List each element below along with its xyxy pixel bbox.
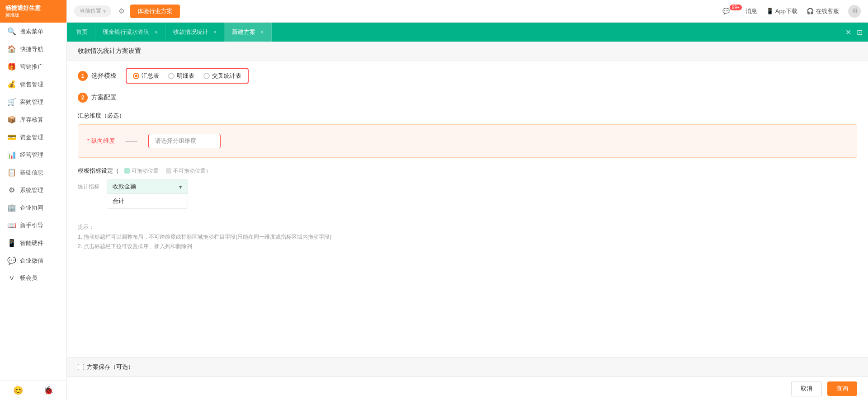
vertical-dimension-label: * 纵向维度 [87,137,115,145]
page-footer: 方案保存（可选） [67,357,868,376]
tips-title: 提示： [78,224,94,230]
section1-label: 选择模板 [91,72,117,80]
purchase-icon: 🛒 [7,98,16,106]
tab-home-label: 首页 [76,28,88,36]
fixed-dot [166,168,171,174]
sidebar-item-label: 智能硬件 [20,239,43,247]
operations-icon: 📊 [7,151,16,159]
app-download-item[interactable]: 📱 App下载 [766,7,797,15]
sidebar-item-label: 畅会员 [20,274,38,282]
template-radio-group: 汇总表 明细表 交叉统计表 [126,68,249,84]
enterprise-collab-icon: 🏢 [7,203,16,212]
radio-detail[interactable]: 明细表 [168,72,194,80]
sidebar-item-funds[interactable]: 💳 资金管理 [0,128,66,146]
dimension-placeholder: 请选择分组维度 [155,137,196,144]
sidebar: 畅捷通好生意 标准版 🔍 搜索菜单 🏠 快捷导航 🎁 营销推广 💰 销售管理 🛒… [0,0,67,400]
legend-fixed-label: 不可拖动位置） [173,167,211,175]
metrics-title-row: 模板指标设定（ 可拖动位置 不可拖动位置） [78,167,857,175]
header-right: 💬 99+ 消息 📱 App下载 🎧 在线客服 用 [722,5,861,18]
online-support-item[interactable]: 🎧 在线客服 [807,7,839,15]
tab-close-icon[interactable]: ✕ [845,28,851,37]
radio-summary-label: 汇总表 [142,72,159,80]
arrow-icon: —— [126,138,137,145]
sidebar-bottom: 😊 🐞 [0,381,66,400]
legend-draggable: 可拖动位置 [124,167,159,175]
sidebar-logo: 畅捷通好生意 标准版 [0,0,66,23]
stats-category-label: 统计指标 [78,179,99,209]
radio-summary[interactable]: 汇总表 [133,72,159,80]
metrics-legend: 可拖动位置 不可拖动位置） [124,167,211,175]
cancel-button[interactable]: 取消 [791,381,822,396]
tab-new-plan[interactable]: 新建方案 ✕ [225,23,272,42]
sidebar-item-sales[interactable]: 💰 销售管理 [0,75,66,93]
metrics-section: 模板指标设定（ 可拖动位置 不可拖动位置） 统计指标 [78,167,857,209]
section1-row: 1 选择模板 汇总表 明细表 交叉统计表 [78,68,857,84]
dimension-config-section: 汇总维度（必选） * 纵向维度 —— 请选择分组维度 [78,112,857,158]
hardware-icon: 📱 [7,239,16,247]
metrics-title-text: 模板指标设定（ [78,167,119,175]
logo-name: 畅捷通好生意 [5,4,41,12]
sidebar-item-system[interactable]: ⚙ 系统管理 [0,181,66,199]
tab-bank-flow-label: 现金银行流水查询 [103,28,150,36]
sidebar-item-marketing[interactable]: 🎁 营销推广 [0,58,66,75]
sidebar-item-label: 销售管理 [20,80,43,89]
query-button[interactable]: 查询 [827,381,857,396]
tab-home[interactable]: 首页 [67,23,95,42]
sidebar-item-basic-info[interactable]: 📋 基础信息 [0,164,66,181]
sidebar-item-quick-nav[interactable]: 🏠 快捷导航 [0,40,66,58]
settings-icon[interactable]: ⚙ [118,7,125,15]
top-header: 当前位置 ▾ ⚙ 体验行业方案 💬 99+ 消息 📱 App下载 🎧 在线客服 … [67,0,868,23]
sidebar-item-label: 快捷导航 [20,45,43,53]
sidebar-item-enterprise-wechat[interactable]: 💬 企业微信 [0,252,66,269]
page-header: 收款情况统计方案设置 [67,42,868,61]
sidebar-item-label: 采购管理 [20,98,43,106]
sidebar-bottom-item2[interactable]: 🐞 [35,386,62,395]
tab-expand-icon[interactable]: ⊡ [857,28,863,37]
radio-cross-label: 交叉统计表 [212,72,241,80]
sidebar-item-enterprise-collab[interactable]: 🏢 企业协同 [0,199,66,216]
message-icon: 💬 [722,8,730,14]
metrics-table-cell: 合计 [107,193,188,208]
tab-bar-right: ✕ ⊡ [845,23,868,42]
legend-draggable-label: 可拖动位置 [132,167,159,175]
tab-collection-stats[interactable]: 收款情况统计 ✕ [166,23,225,42]
sidebar-item-search-menu[interactable]: 🔍 搜索菜单 [0,23,66,40]
tab-new-plan-close[interactable]: ✕ [260,29,264,35]
sidebar-bottom-item1[interactable]: 😊 [5,386,32,395]
breadcrumb: 当前位置 ▾ [74,5,111,17]
tab-bank-flow[interactable]: 现金银行流水查询 ✕ [95,23,166,42]
tab-bar: 首页 现金银行流水查询 ✕ 收款情况统计 ✕ 新建方案 ✕ ✕ ⊡ [67,23,868,42]
sidebar-item-label: 营销推广 [20,63,43,71]
dimension-title: 汇总维度（必选） [78,112,857,120]
trial-industry-button[interactable]: 体验行业方案 [130,5,180,18]
user-avatar[interactable]: 用 [848,5,861,18]
page-title: 收款情况统计方案设置 [78,47,141,54]
logo-sub: 标准版 [5,12,41,19]
radio-detail-label: 明细表 [177,72,194,80]
sidebar-item-label: 企业微信 [20,257,43,265]
notification-label: 消息 [745,7,757,15]
sidebar-item-smart-hardware[interactable]: 📱 智能硬件 [0,234,66,252]
tip-line-1: 1. 拖动标题栏可以调整布局，不可跨维度或指标区域拖动栏目字段(只能在同一维度或… [78,232,857,242]
sidebar-item-label: 新手引导 [20,221,43,230]
draggable-dot [124,168,130,174]
wechat-icon: 💬 [7,256,16,265]
section1-number: 1 [78,71,88,81]
sidebar-item-operations[interactable]: 📊 经营管理 [0,146,66,164]
save-plan-checkbox[interactable] [78,364,84,370]
dimension-select-box[interactable]: 请选择分组维度 [148,134,221,148]
sidebar-item-inventory[interactable]: 📦 库存核算 [0,111,66,128]
dropdown-arrow-icon[interactable]: ▾ [179,184,182,190]
sidebar-item-members[interactable]: V 畅会员 [0,269,66,287]
online-support-label: 在线客服 [816,7,839,15]
app-download-label: App下载 [775,7,797,15]
notification-item[interactable]: 💬 99+ 消息 [722,7,757,15]
tab-collection-stats-close[interactable]: ✕ [213,29,217,35]
sidebar-item-beginner-guide[interactable]: 📖 新手引导 [0,216,66,234]
notification-count: 99+ [730,5,742,10]
sidebar-item-purchase[interactable]: 🛒 采购管理 [0,93,66,111]
home-icon: 🏠 [7,45,16,53]
radio-cross[interactable]: 交叉统计表 [203,72,241,80]
tip-line-2: 2. 点击标题栏下拉可设置排序、插入列和删除列 [78,242,857,252]
tab-bank-flow-close[interactable]: ✕ [154,29,158,35]
